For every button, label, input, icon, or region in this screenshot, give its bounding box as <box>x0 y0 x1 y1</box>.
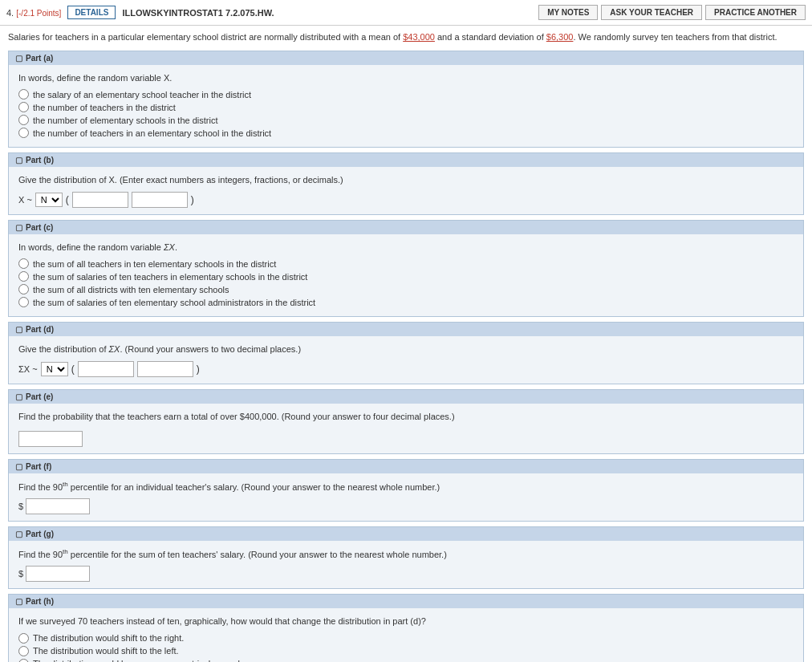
part-f-body: Find the 90th percentile for an individu… <box>9 473 803 521</box>
problem-statement: Salaries for teachers in a particular el… <box>8 30 804 44</box>
part-b-close-paren: ) <box>191 194 194 205</box>
part-b-question: Give the distribution of X. (Enter exact… <box>18 173 794 187</box>
part-d-input-1[interactable] <box>78 361 134 377</box>
part-c-question: In words, define the random variable ΣX. <box>18 241 794 254</box>
part-h-option-2-label: The distribution would shift to the left… <box>33 646 179 656</box>
part-d-label: Part (d) <box>26 325 54 334</box>
part-a-radio-3[interactable] <box>18 115 29 125</box>
part-h-check: ▢ <box>15 597 22 606</box>
part-h-header: ▢ Part (h) <box>9 595 803 608</box>
part-h-body: If we surveyed 70 teachers instead of te… <box>9 608 803 662</box>
part-a-option-4-label: the number of teachers in an elementary … <box>33 128 271 138</box>
part-h-radio-2[interactable] <box>18 646 29 656</box>
question-code: ILLOWSKYINTROSTAT1 7.2.075.HW. <box>122 8 274 18</box>
part-a-header: ▢ Part (a) <box>9 51 803 65</box>
part-e-header: ▢ Part (e) <box>9 390 803 404</box>
part-h-section: ▢ Part (h) If we surveyed 70 teachers in… <box>8 594 804 662</box>
part-a-radio-1[interactable] <box>18 89 29 100</box>
part-b-dist-label: X ~ <box>18 195 32 205</box>
part-c-option-4-label: the sum of salaries of ten elementary sc… <box>33 298 315 307</box>
header-left: 4. [-/2.1 Points] DETAILS ILLOWSKYINTROS… <box>6 6 538 19</box>
part-c-option-2[interactable]: the sum of salaries of ten teachers in e… <box>18 271 794 282</box>
main-content: Salaries for teachers in a particular el… <box>0 26 812 662</box>
part-a-option-4[interactable]: the number of teachers in an elementary … <box>18 128 794 138</box>
part-h-option-3[interactable]: The distribution would be a more symmetr… <box>18 659 794 662</box>
part-b-input-1[interactable] <box>72 192 128 208</box>
part-e-check: ▢ <box>15 392 22 401</box>
part-f-label: Part (f) <box>26 462 51 471</box>
part-h-question: If we surveyed 70 teachers instead of te… <box>18 615 794 628</box>
part-g-section: ▢ Part (g) Find the 90th percentile for … <box>8 526 804 589</box>
part-a-label: Part (a) <box>26 54 53 63</box>
part-e-label: Part (e) <box>26 392 53 401</box>
part-b-dist-select[interactable]: NBPUE <box>35 193 63 207</box>
part-g-input[interactable] <box>26 566 90 582</box>
part-c-option-3-label: the sum of all districts with ten elemen… <box>33 285 229 294</box>
part-a-radio-4[interactable] <box>18 128 29 138</box>
part-b-input-2[interactable] <box>132 192 188 208</box>
part-c-body: In words, define the random variable ΣX.… <box>9 234 803 317</box>
part-a-option-1-label: the salary of an elementary school teach… <box>33 90 251 100</box>
part-a-question: In words, define the random variable X. <box>18 71 794 85</box>
part-g-question: Find the 90th percentile for the sum of … <box>18 547 794 561</box>
part-g-dollar-row: $ <box>18 566 794 582</box>
part-c-label: Part (c) <box>26 223 53 232</box>
my-notes-button[interactable]: MY NOTES <box>538 5 598 20</box>
part-a-option-3-label: the number of elementary schools in the … <box>33 116 218 125</box>
part-a-check: ▢ <box>15 54 22 63</box>
part-a-section: ▢ Part (a) In words, define the random v… <box>8 51 804 148</box>
part-d-header: ▢ Part (d) <box>9 323 803 336</box>
part-c-option-4[interactable]: the sum of salaries of ten elementary sc… <box>18 297 794 307</box>
question-number: 4. [-/2.1 Points] <box>6 8 61 18</box>
part-c-radio-1[interactable] <box>18 258 29 269</box>
part-d-dist-select[interactable]: NBPUE <box>41 362 68 376</box>
part-c-option-2-label: the sum of salaries of ten teachers in e… <box>33 272 307 282</box>
part-h-option-1[interactable]: The distribution would shift to the righ… <box>18 633 794 644</box>
part-e-body: Find the probability that the teachers e… <box>9 404 803 454</box>
part-h-radio-1[interactable] <box>18 633 29 644</box>
part-f-header: ▢ Part (f) <box>9 460 803 473</box>
part-d-question: Give the distribution of ΣX. (Round your… <box>18 343 794 356</box>
part-d-body: Give the distribution of ΣX. (Round your… <box>9 336 803 384</box>
part-h-radio-3[interactable] <box>18 659 29 662</box>
part-d-section: ▢ Part (d) Give the distribution of ΣX. … <box>8 322 804 384</box>
part-a-option-2-label: the number of teachers in the district <box>33 103 176 112</box>
part-d-close-paren: ) <box>197 363 200 375</box>
part-b-dist-row: X ~ NBPUE ( ) <box>18 192 794 208</box>
part-g-header: ▢ Part (g) <box>9 527 803 541</box>
stddev-value: $6,300 <box>546 32 574 42</box>
part-h-option-2[interactable]: The distribution would shift to the left… <box>18 646 794 656</box>
part-a-option-3[interactable]: the number of elementary schools in the … <box>18 115 794 125</box>
part-c-radio-3[interactable] <box>18 284 29 294</box>
part-a-radio-2[interactable] <box>18 102 29 112</box>
part-d-check: ▢ <box>15 325 22 334</box>
part-b-section: ▢ Part (b) Give the distribution of X. (… <box>8 152 804 215</box>
part-d-input-2[interactable] <box>137 361 193 377</box>
part-b-check: ▢ <box>15 156 22 164</box>
part-d-open-paren: ( <box>71 363 75 375</box>
details-button[interactable]: DETAILS <box>67 6 116 19</box>
mean-value: $43,000 <box>403 32 435 42</box>
part-g-body: Find the 90th percentile for the sum of … <box>9 541 803 588</box>
part-a-option-1[interactable]: the salary of an elementary school teach… <box>18 89 794 100</box>
part-g-dollar-sign: $ <box>18 569 23 579</box>
part-c-option-1[interactable]: the sum of all teachers in ten elementar… <box>18 258 794 269</box>
header: 4. [-/2.1 Points] DETAILS ILLOWSKYINTROS… <box>0 0 812 26</box>
part-d-dist-label: ΣX ~ <box>18 364 38 374</box>
part-f-question: Find the 90th percentile for an individu… <box>18 480 794 493</box>
part-b-body: Give the distribution of X. (Enter exact… <box>9 167 803 214</box>
part-c-option-3[interactable]: the sum of all districts with ten elemen… <box>18 284 794 294</box>
part-b-label: Part (b) <box>26 156 54 164</box>
part-a-body: In words, define the random variable X. … <box>9 65 803 148</box>
part-h-label: Part (h) <box>26 597 54 606</box>
part-e-input[interactable] <box>18 431 83 447</box>
ask-teacher-button[interactable]: ASK YOUR TEACHER <box>601 5 702 20</box>
part-a-option-2[interactable]: the number of teachers in the district <box>18 102 794 112</box>
part-c-header: ▢ Part (c) <box>9 221 803 234</box>
part-c-radio-2[interactable] <box>18 271 29 282</box>
part-f-input[interactable] <box>26 498 90 514</box>
part-c-radio-4[interactable] <box>18 297 29 307</box>
practice-another-button[interactable]: PRACTICE ANOTHER <box>705 5 806 20</box>
part-f-section: ▢ Part (f) Find the 90th percentile for … <box>8 459 804 522</box>
part-b-open-paren: ( <box>66 194 69 205</box>
